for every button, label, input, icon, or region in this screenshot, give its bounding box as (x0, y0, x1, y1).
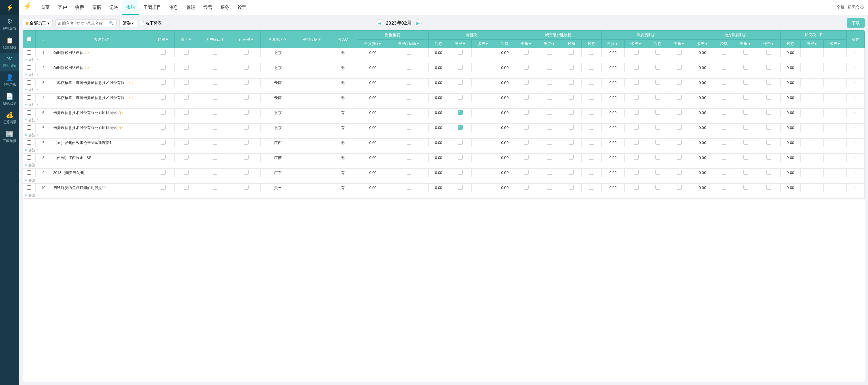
col-qingka-header[interactable]: 清卡▼ (175, 31, 198, 48)
kh_confirm-cell[interactable] (198, 139, 232, 147)
zz-shenbao-cell[interactable] (449, 48, 472, 57)
jy-cell-2[interactable] (668, 124, 691, 132)
download-button[interactable]: 下载 (847, 18, 865, 28)
jy-cell-1[interactable] (648, 79, 668, 87)
cs-cell-1[interactable] (538, 79, 561, 87)
col-chaoshui-header[interactable]: 抄税▼ (152, 31, 175, 48)
jy-cell-2[interactable] (668, 139, 691, 147)
qingka-cell[interactable] (175, 184, 198, 192)
sub-zz-jiaofei[interactable]: 缴费▼ (472, 40, 495, 48)
sub-zz-shenbao[interactable]: 申报▼ (449, 40, 472, 48)
sub-jy-jiaofei[interactable]: 缴费▼ (625, 40, 648, 48)
filter-button[interactable]: 筛选 ▾ (119, 19, 137, 27)
sidebar-item-baoshuijilu[interactable]: 📄 报税记录 (0, 90, 19, 109)
kh_confirm-cell[interactable] (198, 94, 232, 102)
chaoshui-cell[interactable] (152, 184, 175, 192)
qingka-cell[interactable] (175, 48, 198, 57)
yiwanshui-cell[interactable] (232, 169, 261, 177)
cs-cell-0[interactable] (515, 63, 538, 72)
op-cell[interactable]: ✏ (847, 169, 865, 177)
caibao-month-cell[interactable] (389, 94, 428, 102)
kh_confirm-cell[interactable] (198, 169, 232, 177)
yiwanshui-cell[interactable] (232, 79, 261, 87)
df-cell-1[interactable] (734, 94, 757, 102)
zz-shenbao-cell[interactable] (449, 63, 472, 72)
df-cell-0[interactable] (714, 169, 734, 177)
df-cell-0[interactable] (714, 139, 734, 147)
edit-icon[interactable]: ✏ (854, 65, 857, 70)
jy-cell-0[interactable] (625, 94, 648, 102)
jy-cell-0[interactable] (625, 79, 648, 87)
zz-shenbao-cell[interactable] (449, 169, 472, 177)
chaoshui-cell[interactable] (152, 124, 175, 132)
caibao-month-cell[interactable] (389, 169, 428, 177)
yh-cell-1[interactable]: — (824, 139, 847, 147)
yh-cell-0[interactable]: — (800, 48, 824, 57)
sub-yh-shenbao[interactable]: 申报▼ (800, 40, 824, 48)
yh-cell-1[interactable]: — (824, 109, 847, 117)
jy-cell-1[interactable] (648, 184, 668, 192)
cs-cell-0[interactable] (515, 154, 538, 162)
cs-cell-1[interactable] (538, 169, 561, 177)
col-yiwanshui-header[interactable]: 已完税▼ (232, 31, 261, 48)
zz-jiaofei-cell[interactable]: — (472, 94, 495, 102)
sub-jy-shenbao2[interactable]: 申报▼ (668, 40, 691, 48)
cs-cell-2[interactable] (561, 48, 581, 57)
kh_confirm-cell[interactable] (198, 79, 232, 87)
jy-cell-1[interactable] (648, 139, 668, 147)
jy-cell-0[interactable] (625, 139, 648, 147)
yh-cell-1[interactable]: — (824, 184, 847, 192)
vip-button[interactable]: 稻壳会员 (848, 4, 864, 10)
row-select[interactable] (23, 154, 36, 162)
zz-shenbao-cell[interactable] (449, 109, 472, 117)
row-select[interactable] (23, 94, 36, 102)
cs-cell-3[interactable] (581, 63, 601, 72)
fullscreen-button[interactable]: 全屏 (837, 4, 845, 10)
employee-filter-select[interactable]: 全部员工 ▾ (23, 19, 53, 27)
cs-cell-1[interactable] (538, 94, 561, 102)
nav-service[interactable]: 服务 (216, 0, 233, 15)
chaoshui-cell[interactable] (152, 169, 175, 177)
qingka-cell[interactable] (175, 124, 198, 132)
jy-cell-2[interactable] (668, 169, 691, 177)
df-cell-2[interactable] (757, 94, 780, 102)
jy-cell-1[interactable] (648, 94, 668, 102)
sidebar-item-baoshuishezhi[interactable]: ⚙ 报税设置 (0, 15, 19, 34)
row-select[interactable] (23, 124, 36, 132)
caibao-month-cell[interactable] (389, 124, 428, 132)
nav-business[interactable]: 工商项目 (139, 0, 165, 15)
yiwanshui-cell[interactable] (232, 94, 261, 102)
jy-cell-0[interactable] (625, 154, 648, 162)
op-cell[interactable]: ✏ (847, 154, 865, 162)
op-cell[interactable]: ✏ (847, 63, 865, 72)
cs-cell-3[interactable] (581, 94, 601, 102)
edit-icon[interactable]: ✏ (854, 110, 857, 115)
nav-invoice[interactable]: 票据 (88, 0, 105, 15)
zz-shenbao-cell[interactable] (449, 94, 472, 102)
cs-cell-2[interactable] (561, 139, 581, 147)
row-select[interactable] (23, 63, 36, 72)
cs-cell-2[interactable] (561, 63, 581, 72)
caibao-month-cell[interactable] (389, 139, 428, 147)
yh-cell-1[interactable]: — (824, 169, 847, 177)
yh-cell-0[interactable]: — (800, 139, 824, 147)
cs-cell-1[interactable] (538, 154, 561, 162)
jy-cell-1[interactable] (648, 48, 668, 57)
cs-cell-0[interactable] (515, 124, 538, 132)
qingka-cell[interactable] (175, 94, 198, 102)
zz-shenbao-cell[interactable] (449, 139, 472, 147)
nav-ledger[interactable]: 记账 (105, 0, 122, 15)
op-cell[interactable]: ✏ (847, 79, 865, 87)
cs-cell-2[interactable] (561, 184, 581, 192)
edit-icon[interactable]: ✏ (854, 170, 857, 175)
jy-cell-0[interactable] (625, 124, 648, 132)
jy-cell-0[interactable] (625, 63, 648, 72)
kh_confirm-cell[interactable] (198, 63, 232, 72)
yh-cell-0[interactable]: — (800, 154, 824, 162)
df-cell-2[interactable] (757, 169, 780, 177)
cs-cell-1[interactable] (538, 184, 561, 192)
yh-cell-0[interactable]: — (800, 124, 824, 132)
jy-cell-2[interactable] (668, 63, 691, 72)
cs-cell-3[interactable] (581, 124, 601, 132)
jy-cell-0[interactable] (625, 184, 648, 192)
